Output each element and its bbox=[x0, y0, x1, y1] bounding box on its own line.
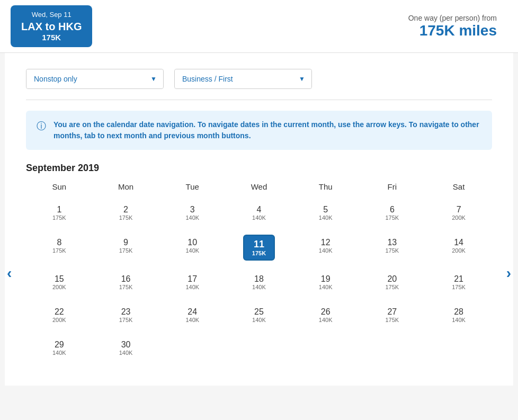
day: 22200K bbox=[43, 304, 75, 326]
calendar-day-cell[interactable]: 20175K bbox=[359, 266, 426, 299]
calendar-day-cell bbox=[292, 332, 359, 364]
calendar-day-cell[interactable]: 21175K bbox=[425, 266, 492, 299]
calendar-day-cell[interactable]: 28140K bbox=[425, 299, 492, 332]
calendar-month-title: September 2019 bbox=[26, 163, 492, 174]
flight-date: Wed, Sep 11 bbox=[21, 11, 82, 19]
calendar-day-cell[interactable]: 7200K bbox=[425, 196, 492, 229]
stops-filter-wrapper[interactable]: Nonstop only All flights ▼ bbox=[26, 69, 164, 89]
calendar-day-cell[interactable]: 23175K bbox=[93, 299, 159, 332]
calendar-day-cell[interactable]: 22200K bbox=[26, 299, 93, 332]
day: 18140K bbox=[243, 271, 275, 293]
day-number: 28 bbox=[448, 307, 469, 317]
day-number: 23 bbox=[115, 307, 137, 317]
calendar-day-cell[interactable]: 16175K bbox=[93, 266, 159, 299]
calendar-day-cell[interactable]: 12140K bbox=[292, 229, 359, 266]
price-miles: 175K miles bbox=[408, 22, 497, 39]
calendar-day-cell bbox=[425, 332, 492, 364]
day-number: 11 bbox=[249, 239, 269, 250]
calendar-day-cell[interactable]: 18140K bbox=[226, 266, 292, 299]
day-miles: 175K bbox=[115, 284, 137, 290]
calendar-day-cell[interactable]: 8175K bbox=[26, 229, 93, 266]
day-miles: 140K bbox=[182, 284, 203, 290]
flight-route: LAX to HKG bbox=[21, 21, 82, 33]
price-summary: One way (per person) from 175K miles bbox=[408, 14, 497, 39]
calendar-day-cell[interactable]: 11175K bbox=[226, 229, 292, 266]
calendar-day-cell[interactable]: 3140K bbox=[159, 196, 226, 229]
calendar-day-cell[interactable]: 1175K bbox=[26, 196, 93, 229]
day-miles: 175K bbox=[115, 317, 137, 323]
calendar-day-cell[interactable]: 24140K bbox=[159, 299, 226, 332]
day-number: 1 bbox=[49, 205, 70, 215]
day: 26140K bbox=[310, 304, 342, 326]
day-miles: 140K bbox=[248, 317, 270, 323]
day-miles: 140K bbox=[315, 317, 336, 323]
day-miles: 175K bbox=[249, 250, 269, 256]
day-miles: 140K bbox=[182, 215, 203, 221]
day: 25140K bbox=[243, 304, 275, 326]
day-miles: 140K bbox=[115, 350, 137, 356]
day-miles: 140K bbox=[448, 317, 469, 323]
calendar-day-cell[interactable]: 6175K bbox=[359, 196, 426, 229]
day: 7200K bbox=[443, 202, 475, 224]
filter-row: Nonstop only All flights ▼ Business / Fi… bbox=[26, 69, 492, 89]
calendar-week-row: 1175K2175K3140K4140K5140K6175K7200K bbox=[26, 196, 492, 229]
day: 9175K bbox=[110, 235, 142, 257]
calendar-day-cell[interactable]: 15200K bbox=[26, 266, 93, 299]
calendar-day-cell[interactable]: 25140K bbox=[226, 299, 292, 332]
day-miles: 200K bbox=[49, 317, 70, 323]
day-number: 25 bbox=[248, 307, 270, 317]
calendar-day-cell[interactable]: 26140K bbox=[292, 299, 359, 332]
calendar-day-cell[interactable]: 19140K bbox=[292, 266, 359, 299]
weekday-label: Sat bbox=[425, 182, 492, 196]
day-number: 2 bbox=[115, 205, 137, 215]
next-month-button[interactable]: › bbox=[506, 265, 511, 282]
day-miles: 175K bbox=[381, 284, 403, 290]
weekday-label: Tue bbox=[159, 182, 226, 196]
cabin-filter-wrapper[interactable]: Business / First Economy First ▼ bbox=[174, 69, 312, 89]
day: 13175K bbox=[376, 235, 408, 257]
price-from-label: One way (per person) from bbox=[408, 14, 497, 22]
day: 27175K bbox=[376, 304, 408, 326]
calendar-day-cell[interactable]: 30140K bbox=[93, 332, 159, 364]
day: 24140K bbox=[176, 304, 208, 326]
day-number: 16 bbox=[115, 274, 137, 284]
calendar-day-cell[interactable]: 2175K bbox=[93, 196, 159, 229]
day-number: 30 bbox=[115, 340, 137, 350]
calendar-week-row: 22200K23175K24140K25140K26140K27175K2814… bbox=[26, 299, 492, 332]
calendar-day-cell[interactable]: 29140K bbox=[26, 332, 93, 364]
day: 5140K bbox=[310, 202, 342, 224]
calendar-day-cell[interactable]: 4140K bbox=[226, 196, 292, 229]
weekday-label: Fri bbox=[359, 182, 426, 196]
calendar-day-cell[interactable]: 9175K bbox=[93, 229, 159, 266]
day: 14200K bbox=[443, 235, 475, 257]
cabin-filter[interactable]: Business / First Economy First bbox=[175, 69, 311, 88]
day-number: 19 bbox=[315, 274, 336, 284]
day-number: 21 bbox=[448, 274, 469, 284]
calendar-body: 1175K2175K3140K4140K5140K6175K7200K8175K… bbox=[26, 196, 492, 364]
prev-month-button[interactable]: ‹ bbox=[7, 265, 12, 282]
day-number: 5 bbox=[315, 205, 336, 215]
day-miles: 175K bbox=[115, 215, 137, 221]
day-number: 7 bbox=[448, 205, 469, 215]
calendar-day-cell[interactable]: 17140K bbox=[159, 266, 226, 299]
day: 20175K bbox=[376, 271, 408, 293]
day-miles: 175K bbox=[381, 215, 403, 221]
day-miles: 140K bbox=[315, 247, 336, 254]
day-miles: 175K bbox=[381, 317, 403, 323]
calendar-day-cell[interactable]: 14200K bbox=[425, 229, 492, 266]
day-miles: 175K bbox=[115, 247, 137, 254]
day-miles: 140K bbox=[182, 247, 203, 254]
calendar-day-cell[interactable]: 10140K bbox=[159, 229, 226, 266]
stops-filter[interactable]: Nonstop only All flights bbox=[26, 69, 163, 88]
day-number: 9 bbox=[115, 238, 137, 247]
calendar-day-cell[interactable]: 13175K bbox=[359, 229, 426, 266]
calendar-week-row: 15200K16175K17140K18140K19140K20175K2117… bbox=[26, 266, 492, 299]
day-number: 6 bbox=[381, 205, 403, 215]
day-miles: 140K bbox=[182, 317, 203, 323]
day-number: 29 bbox=[49, 340, 70, 350]
day-number: 27 bbox=[381, 307, 403, 317]
day: 17140K bbox=[176, 271, 208, 293]
calendar-day-cell[interactable]: 5140K bbox=[292, 196, 359, 229]
calendar-day-cell[interactable]: 27175K bbox=[359, 299, 426, 332]
calendar-day-cell bbox=[359, 332, 426, 364]
